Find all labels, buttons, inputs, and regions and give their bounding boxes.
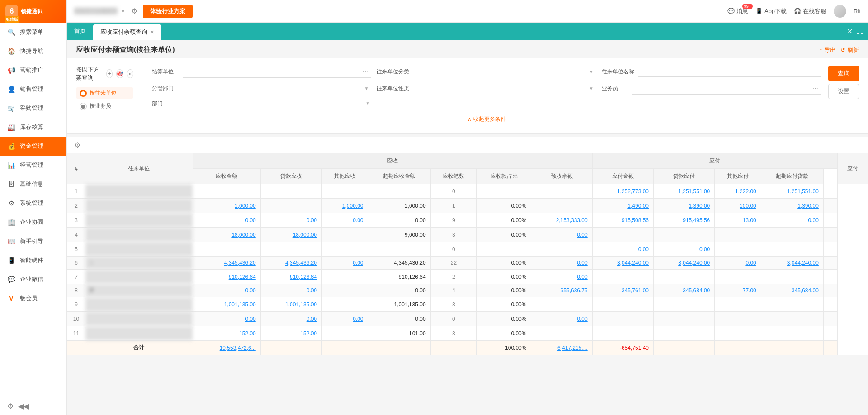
query-button[interactable]: 查询: [828, 66, 859, 81]
table-cell[interactable]: 345,684.00: [654, 284, 715, 297]
settings-icon[interactable]: ⚙: [7, 402, 14, 410]
tab-ar-ap[interactable]: 应收应付余额查询 ✕: [93, 24, 161, 40]
table-cell[interactable]: 1,001,135.00: [260, 297, 321, 312]
sidebar-bottom: ⚙ ◀◀: [0, 397, 66, 415]
table-cell: 4,345,436.20: [368, 257, 430, 270]
table-cell[interactable]: 810,126.64: [260, 270, 321, 284]
table-cell[interactable]: 0.00: [531, 228, 592, 242]
table-cell[interactable]: 0.00: [531, 257, 592, 270]
table-cell[interactable]: 655,636.75: [531, 284, 592, 297]
more-conditions-toggle[interactable]: ∧ 收起更多条件: [152, 113, 821, 126]
sidebar-item-purchase[interactable]: 🛒 采购管理: [0, 99, 66, 118]
unit-name-cell: [85, 199, 193, 213]
table-cell[interactable]: 18,000.00: [260, 228, 321, 242]
sidebar-item-hardware[interactable]: 📱 智能硬件: [0, 251, 66, 270]
table-cell[interactable]: 0.00: [592, 242, 653, 257]
table-cell[interactable]: 0.00: [260, 213, 321, 228]
refresh-button[interactable]: ↺ 刷新: [840, 46, 859, 54]
sidebar-item-guide[interactable]: 📖 新手引导: [0, 232, 66, 251]
sidebar-item-system[interactable]: ⚙ 系统管理: [0, 194, 66, 213]
table-cell[interactable]: 77.00: [715, 284, 761, 297]
table-cell[interactable]: 152.00: [193, 326, 260, 341]
table-cell[interactable]: 345,761.00: [592, 284, 653, 297]
table-cell[interactable]: 1,390.00: [761, 199, 823, 213]
dept-manage-input[interactable]: ▼: [183, 84, 371, 93]
table-cell[interactable]: 13.00: [715, 213, 761, 228]
table-cell[interactable]: 810,126.64: [193, 270, 260, 284]
table-cell[interactable]: 3,044,240.00: [761, 257, 823, 270]
user-avatar[interactable]: [834, 5, 846, 18]
sidebar-item-inventory[interactable]: 🏭 库存核算: [0, 118, 66, 137]
setting-button[interactable]: 设置: [828, 84, 859, 99]
collapse-icon[interactable]: ◀◀: [18, 402, 29, 410]
table-cell[interactable]: 3,044,240.00: [654, 257, 715, 270]
table-cell[interactable]: 0.00: [193, 284, 260, 297]
sidebar-item-marketing[interactable]: 📢 营销推广: [0, 61, 66, 80]
dept-input[interactable]: ▼: [183, 99, 373, 108]
sidebar-item-operations[interactable]: 📊 经营管理: [0, 156, 66, 175]
table-cell[interactable]: 0.00: [260, 284, 321, 297]
unit-category-input[interactable]: ▼: [413, 67, 596, 76]
table-cell[interactable]: 100.00: [715, 199, 761, 213]
table-cell[interactable]: 18,000.00: [193, 228, 260, 242]
tab-home[interactable]: 首页: [67, 23, 93, 40]
sidebar-item-basic-info[interactable]: 🗄 基础信息: [0, 175, 66, 194]
table-cell[interactable]: 915,508.56: [592, 213, 653, 228]
table-cell[interactable]: 152.00: [260, 326, 321, 341]
message-button[interactable]: 💬 消息 99+: [727, 7, 748, 15]
footer-ar-amount[interactable]: 19,553,472,6...: [193, 341, 260, 355]
app-download-button[interactable]: 📱 App下载: [755, 7, 787, 15]
table-cell[interactable]: 1,251,551.00: [761, 184, 823, 199]
filter-add-button[interactable]: +: [106, 69, 113, 78]
table-cell[interactable]: 0.00: [654, 242, 715, 257]
sidebar-item-sales[interactable]: 👤 销售管理: [0, 80, 66, 99]
expand-icon[interactable]: ⛶: [856, 27, 863, 35]
table-cell[interactable]: 0.00: [322, 257, 368, 270]
table-cell[interactable]: 4,345,436.20: [260, 257, 321, 270]
table-cell[interactable]: 345,684.00: [761, 284, 823, 297]
table-cell[interactable]: 0.00: [531, 270, 592, 284]
table-cell[interactable]: 1,000.00: [322, 199, 368, 213]
table-cell[interactable]: 3,044,240.00: [592, 257, 653, 270]
sidebar-item-finance[interactable]: 💰 资金管理: [0, 137, 66, 156]
table-cell[interactable]: 4,345,436.20: [193, 257, 260, 270]
table-cell[interactable]: 1,252,773.00: [592, 184, 653, 199]
unit-nature-input[interactable]: ▼: [413, 84, 596, 93]
table-cell[interactable]: 1,390.00: [654, 199, 715, 213]
table-cell[interactable]: 0.00: [193, 213, 260, 228]
sidebar-item-quick-nav[interactable]: 🏠 快捷导航: [0, 42, 66, 61]
table-cell[interactable]: 0.00: [260, 312, 321, 326]
table-cell[interactable]: 1,000.00: [193, 199, 260, 213]
filter-collapse-button[interactable]: «: [127, 69, 133, 78]
tab-close-icon[interactable]: ✕: [150, 29, 154, 35]
table-cell[interactable]: 1,251,551.00: [654, 184, 715, 199]
footer-prepaid[interactable]: 6,417,215....: [531, 341, 592, 355]
topbar-gear-icon[interactable]: ⚙: [131, 7, 137, 15]
close-all-icon[interactable]: ✕: [847, 27, 853, 36]
table-cell[interactable]: 0.00: [322, 312, 368, 326]
sidebar-item-enterprise[interactable]: 🏢 企业协同: [0, 213, 66, 232]
filter-option-by-staff[interactable]: ⬤ 按业务员: [76, 100, 133, 112]
filter-target-button[interactable]: 🎯: [116, 69, 123, 78]
table-cell[interactable]: 0.00: [322, 213, 368, 228]
unit-name-input[interactable]: [638, 67, 821, 77]
table-cell[interactable]: 1,222.00: [715, 184, 761, 199]
table-cell[interactable]: 1,490.00: [592, 199, 653, 213]
table-cell[interactable]: 2,153,333.00: [531, 213, 592, 228]
table-cell[interactable]: 0.00: [531, 312, 592, 326]
salesman-input[interactable]: ···: [632, 82, 821, 95]
table-cell[interactable]: 915,495.56: [654, 213, 715, 228]
table-cell[interactable]: 0.00: [193, 312, 260, 326]
solution-button[interactable]: 体验行业方案: [143, 5, 193, 18]
online-service-button[interactable]: 🎧 在线客服: [794, 7, 826, 15]
sidebar-item-member[interactable]: V 畅会员: [0, 289, 66, 308]
table-cell[interactable]: 1,001,135.00: [193, 297, 260, 312]
table-settings-icon[interactable]: ⚙: [74, 141, 80, 149]
sidebar-item-search[interactable]: 🔍 搜索菜单: [0, 23, 66, 42]
settlement-input[interactable]: ···: [183, 66, 371, 78]
export-button[interactable]: ↑ 导出: [820, 46, 836, 54]
sidebar-item-wechat[interactable]: 💬 企业微信: [0, 270, 66, 289]
table-cell[interactable]: 0.00: [761, 213, 823, 228]
table-cell[interactable]: 0.00: [715, 257, 761, 270]
filter-option-by-unit[interactable]: ⬤ 按往来单位: [76, 87, 133, 99]
